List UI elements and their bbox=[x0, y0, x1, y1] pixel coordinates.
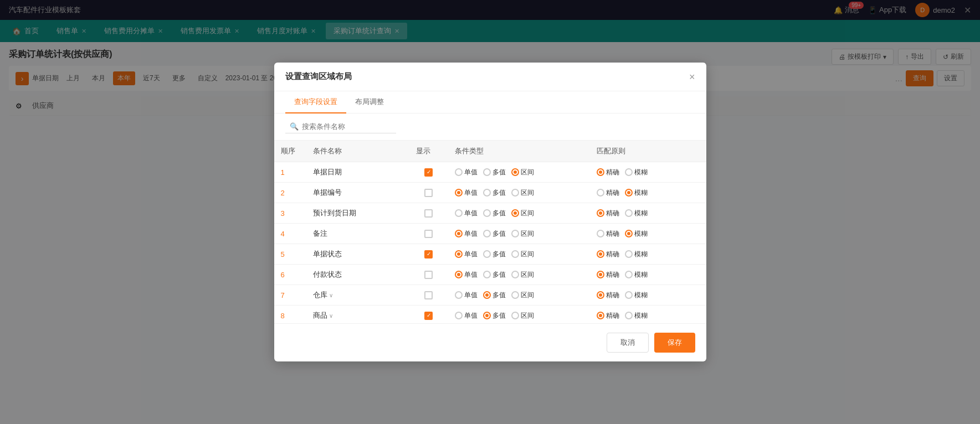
save-button[interactable]: 保存 bbox=[654, 333, 695, 353]
tab-layout-adjust[interactable]: 布局调整 bbox=[346, 91, 393, 113]
type-radio-多值[interactable]: 多值 bbox=[483, 229, 506, 239]
type-radio-多值[interactable]: 多值 bbox=[483, 270, 506, 280]
row-name: 备注 bbox=[306, 224, 409, 244]
match-radio-模糊[interactable]: 模糊 bbox=[625, 168, 648, 177]
type-radio-区间[interactable]: 区间 bbox=[511, 188, 534, 198]
type-radio-区间[interactable]: 区间 bbox=[511, 270, 534, 280]
match-radio-精确[interactable]: 精确 bbox=[597, 168, 619, 177]
radio-label: 精确 bbox=[606, 250, 619, 259]
radio-circle bbox=[511, 291, 519, 299]
match-radio-模糊[interactable]: 模糊 bbox=[625, 311, 648, 320]
modal-footer: 取消 保存 bbox=[274, 323, 706, 361]
type-radio-单值[interactable]: 单值 bbox=[455, 291, 478, 300]
display-checkbox[interactable] bbox=[424, 271, 433, 279]
type-radio-多值[interactable]: 多值 bbox=[483, 250, 506, 259]
radio-label: 模糊 bbox=[634, 270, 648, 280]
row-name: 仓库 ∨ bbox=[306, 285, 409, 306]
radio-label: 区间 bbox=[521, 270, 534, 280]
radio-circle bbox=[511, 230, 519, 237]
radio-circle bbox=[597, 209, 604, 217]
radio-label: 多值 bbox=[492, 229, 506, 239]
type-radio-区间[interactable]: 区间 bbox=[511, 229, 534, 239]
match-radio-精确[interactable]: 精确 bbox=[597, 229, 619, 239]
type-radio-多值[interactable]: 多值 bbox=[483, 188, 506, 198]
match-radio-group: 精确模糊 bbox=[597, 209, 700, 218]
match-radio-模糊[interactable]: 模糊 bbox=[625, 188, 648, 198]
row-order: 5 bbox=[274, 244, 306, 265]
type-radio-单值[interactable]: 单值 bbox=[455, 270, 478, 280]
header-type: 条件类型 bbox=[448, 141, 590, 162]
type-radio-多值[interactable]: 多值 bbox=[483, 168, 506, 177]
radio-label: 多值 bbox=[492, 168, 506, 177]
display-checkbox[interactable] bbox=[424, 230, 433, 238]
match-radio-group: 精确模糊 bbox=[597, 229, 700, 239]
row-order: 2 bbox=[274, 183, 306, 203]
match-radio-精确[interactable]: 精确 bbox=[597, 270, 619, 280]
type-radio-单值[interactable]: 单值 bbox=[455, 311, 478, 320]
display-checkbox[interactable] bbox=[424, 250, 433, 258]
display-checkbox[interactable] bbox=[424, 209, 433, 218]
type-radio-多值[interactable]: 多值 bbox=[483, 291, 506, 300]
modal-title: 设置查询区域布局 bbox=[285, 71, 352, 82]
match-radio-精确[interactable]: 精确 bbox=[597, 291, 619, 300]
search-icon: 🔍 bbox=[290, 122, 299, 131]
radio-circle bbox=[597, 189, 604, 197]
type-radio-group: 单值多值区间 bbox=[455, 209, 583, 218]
radio-label: 单值 bbox=[464, 311, 478, 320]
radio-label: 单值 bbox=[464, 270, 478, 280]
tab-layout-label: 布局调整 bbox=[355, 97, 384, 106]
display-checkbox[interactable] bbox=[424, 189, 433, 197]
match-radio-模糊[interactable]: 模糊 bbox=[625, 250, 648, 259]
radio-circle bbox=[625, 209, 633, 217]
radio-circle bbox=[625, 189, 633, 197]
radio-circle bbox=[483, 209, 491, 217]
type-radio-group: 单值多值区间 bbox=[455, 250, 583, 259]
type-radio-多值[interactable]: 多值 bbox=[483, 311, 506, 320]
header-name: 条件名称 bbox=[306, 141, 409, 162]
display-checkbox[interactable] bbox=[424, 291, 433, 299]
search-input[interactable] bbox=[302, 122, 391, 131]
type-radio-单值[interactable]: 单值 bbox=[455, 168, 478, 177]
type-radio-group: 单值多值区间 bbox=[455, 229, 583, 239]
radio-label: 区间 bbox=[521, 291, 534, 300]
radio-label: 多值 bbox=[492, 250, 506, 259]
radio-circle bbox=[483, 271, 491, 278]
match-radio-模糊[interactable]: 模糊 bbox=[625, 209, 648, 218]
modal-close-button[interactable]: × bbox=[689, 72, 695, 82]
match-radio-模糊[interactable]: 模糊 bbox=[625, 270, 648, 280]
settings-modal: 设置查询区域布局 × 查询字段设置 布局调整 🔍 bbox=[274, 63, 706, 361]
display-checkbox[interactable] bbox=[424, 312, 433, 320]
table-row: 4备注单值多值区间精确模糊 bbox=[274, 224, 706, 244]
type-radio-区间[interactable]: 区间 bbox=[511, 250, 534, 259]
row-name: 商品 ∨ bbox=[306, 306, 409, 324]
type-radio-单值[interactable]: 单值 bbox=[455, 250, 478, 259]
match-radio-精确[interactable]: 精确 bbox=[597, 311, 619, 320]
match-radio-模糊[interactable]: 模糊 bbox=[625, 229, 648, 239]
match-radio-模糊[interactable]: 模糊 bbox=[625, 291, 648, 300]
type-radio-区间[interactable]: 区间 bbox=[511, 168, 534, 177]
tab-query-fields[interactable]: 查询字段设置 bbox=[285, 91, 346, 113]
radio-label: 模糊 bbox=[634, 188, 648, 198]
row-name: 单据状态 bbox=[306, 244, 409, 265]
match-radio-精确[interactable]: 精确 bbox=[597, 209, 619, 218]
type-radio-区间[interactable]: 区间 bbox=[511, 209, 534, 218]
modal-overlay: 设置查询区域布局 × 查询字段设置 布局调整 🔍 bbox=[0, 0, 980, 424]
table-header: 顺序 条件名称 显示 条件类型 匹配原则 bbox=[274, 141, 706, 162]
header-order: 顺序 bbox=[274, 141, 306, 162]
type-radio-单值[interactable]: 单值 bbox=[455, 209, 478, 218]
radio-circle bbox=[455, 189, 463, 197]
cancel-button[interactable]: 取消 bbox=[607, 333, 649, 353]
type-radio-多值[interactable]: 多值 bbox=[483, 209, 506, 218]
display-checkbox[interactable] bbox=[424, 168, 433, 177]
type-radio-单值[interactable]: 单值 bbox=[455, 229, 478, 239]
modal-search-area: 🔍 bbox=[274, 113, 706, 141]
match-radio-精确[interactable]: 精确 bbox=[597, 188, 619, 198]
row-order: 3 bbox=[274, 203, 306, 224]
table-row: 8商品 ∨单值多值区间精确模糊 bbox=[274, 306, 706, 324]
type-radio-单值[interactable]: 单值 bbox=[455, 188, 478, 198]
radio-label: 模糊 bbox=[634, 291, 648, 300]
modal-body: 顺序 条件名称 显示 条件类型 匹配原则 1单据日期单值多值区间精确模糊2单据编… bbox=[274, 141, 706, 323]
match-radio-精确[interactable]: 精确 bbox=[597, 250, 619, 259]
type-radio-区间[interactable]: 区间 bbox=[511, 311, 534, 320]
type-radio-区间[interactable]: 区间 bbox=[511, 291, 534, 300]
